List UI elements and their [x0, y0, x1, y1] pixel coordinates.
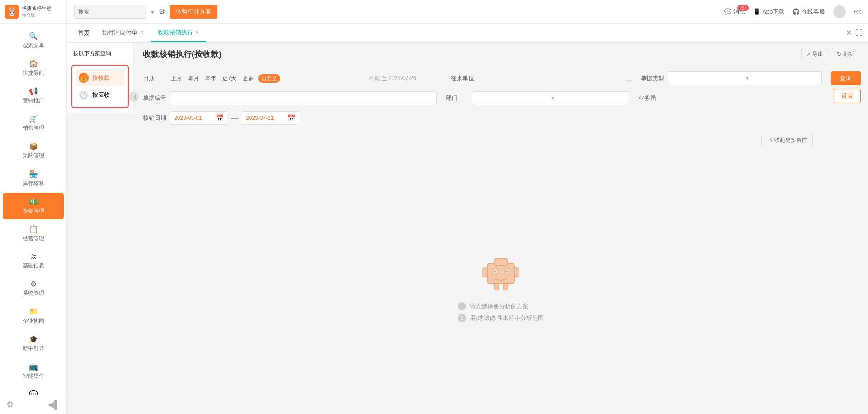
sidebar-bottom: ⚙ ◀▌	[0, 395, 66, 414]
verify-date-field: 核销日期 📅 — 📅	[143, 111, 441, 125]
sidebar-item-快捷导航[interactable]: 🏠 快捷导航	[3, 55, 64, 81]
filter-panel-wrapper: 按以下方案查询 💰 按收款 🕐 按应收 《	[67, 43, 134, 414]
user-name: Rit	[854, 9, 861, 15]
sidebar-icon-6: 💵	[29, 197, 38, 206]
date-opt-last-month[interactable]: 上月	[169, 74, 184, 83]
sidebar-icon-1: 🏠	[29, 59, 38, 68]
tab-prepay-close[interactable]: ×	[140, 29, 143, 36]
sidebar-item-采购管理[interactable]: 📦 采购管理	[3, 138, 64, 164]
tip-num-2: 2	[458, 314, 466, 322]
tabs-right: ✕ ⛶	[846, 29, 863, 37]
sidebar-icon-10: 📁	[29, 307, 38, 316]
sidebar-label-9: 系统管理	[23, 290, 44, 297]
collapse-more-icon: 《	[767, 136, 773, 144]
verify-date-label: 核销日期	[143, 114, 166, 122]
empty-tip-1: 1 请先选择要分析的方案	[458, 302, 528, 310]
doc-type-select[interactable]: ▾	[668, 71, 822, 85]
date-opt-this-month[interactable]: 本月	[186, 74, 201, 83]
sidebar-icon-0: 🔍	[29, 32, 38, 40]
refresh-button[interactable]: ↻ 刷新	[832, 48, 859, 60]
message-badge[interactable]: 💬 消息 99+	[724, 8, 745, 16]
tab-home[interactable]: 首页	[72, 24, 95, 42]
sidebar-item-系统管理[interactable]: ⚙ 系统管理	[3, 275, 64, 302]
verify-date-end-input[interactable]	[246, 115, 286, 121]
verify-date-start-icon: 📅	[216, 114, 223, 122]
user-avatar[interactable]	[833, 5, 846, 18]
collapse-filter-button[interactable]: 《	[129, 92, 139, 102]
sidebar-label-1: 快捷导航	[23, 69, 44, 77]
topbar-left: ▾ ⚙ 体验行业方案	[74, 5, 217, 19]
message-icon: 💬	[724, 8, 731, 15]
app-logo: 🐰 畅捷通好生意 标准版	[0, 0, 66, 24]
sidebar-item-库存核算[interactable]: 🏪 库存核算	[3, 165, 64, 192]
settings-icon[interactable]: ⚙	[6, 400, 14, 409]
sidebar: 🐰 畅捷通好生意 标准版 🔍 搜索菜单 🏠 快捷导航 📢 营销推广 🛒 销售管理…	[0, 0, 67, 414]
main-area: ▾ ⚙ 体验行业方案 💬 消息 99+ 📱 App下载 🎧 在线客服 Rit	[67, 0, 868, 414]
doc-no-input[interactable]	[170, 91, 437, 105]
sidebar-item-经营管理[interactable]: 📋 经营管理	[3, 220, 64, 247]
date-label: 日期	[143, 74, 165, 82]
tab-receivable-verify-close[interactable]: ×	[196, 29, 199, 36]
settings-button[interactable]: 设置	[834, 89, 861, 103]
verify-date-range: 📅 — 📅	[170, 111, 299, 125]
collapse-sidebar-icon[interactable]: ◀▌	[48, 400, 60, 409]
filter-box: 💰 按收款 🕐 按应收	[71, 65, 129, 108]
svg-rect-0	[487, 263, 514, 284]
sidebar-label-0: 搜索菜单	[23, 42, 44, 49]
tab-receivable-verify[interactable]: 收款核销执行 ×	[151, 24, 206, 42]
doc-type-dropdown-icon: ▾	[746, 75, 818, 81]
app-download-icon: 📱	[753, 8, 760, 15]
filter-item-by-receivable[interactable]: 🕐 按应收	[76, 86, 124, 104]
sidebar-item-新手引导[interactable]: 🎓 新手引导	[3, 330, 64, 357]
sidebar-item-营销推广[interactable]: 📢 营销推广	[3, 82, 64, 109]
svg-point-5	[505, 270, 508, 273]
date-opt-this-year[interactable]: 本年	[203, 74, 218, 83]
form-row-1: 日期 上月 本月 本年 近7天 更多 自定义 不限 至 2023-0	[143, 71, 822, 85]
industry-solution-button[interactable]: 体验行业方案	[170, 5, 217, 19]
expand-tab-button[interactable]: ⛶	[855, 29, 863, 37]
filter-panel-title: 按以下方案查询	[71, 47, 129, 60]
tab-prepay[interactable]: 预付冲应付单 ×	[95, 24, 151, 42]
collapse-more-button[interactable]: 《 收起更多条件	[761, 134, 813, 146]
sidebar-icon-7: 📋	[29, 225, 38, 233]
online-service-link[interactable]: 🎧 在线客服	[793, 8, 825, 16]
form-header: 收款核销执行(按收款) ↗ 导出 ↻ 刷新	[134, 43, 868, 64]
sidebar-item-基础信息[interactable]: 🗂 基础信息	[3, 248, 64, 274]
dropdown-chevron-icon[interactable]: ▾	[151, 8, 154, 15]
sidebar-label-5: 库存核算	[23, 180, 44, 187]
export-icon: ↗	[806, 51, 811, 57]
topbar-gear-icon[interactable]: ⚙	[159, 7, 165, 16]
sidebar-item-资金管理[interactable]: 💵 资金管理	[3, 193, 64, 219]
form-and-buttons: 日期 上月 本月 本年 近7天 更多 自定义 不限 至 2023-0	[134, 64, 868, 158]
sidebar-item-企业协同[interactable]: 📁 企业协同	[3, 303, 64, 329]
export-button[interactable]: ↗ 导出	[801, 48, 828, 60]
sidebar-item-销售管理[interactable]: 🛒 销售管理	[3, 110, 64, 137]
staff-more-icon[interactable]: …	[815, 94, 822, 102]
tip-text-2: 用[过滤]条件来缩小分析范围	[470, 314, 543, 322]
sidebar-label-3: 销售管理	[23, 124, 44, 132]
close-tab-button[interactable]: ✕	[846, 29, 852, 37]
sidebar-item-搜索菜单[interactable]: 🔍 搜索菜单	[3, 27, 64, 54]
sidebar-icon-2: 📢	[29, 87, 38, 95]
by-receivable-icon: 🕐	[79, 90, 89, 100]
svg-rect-8	[494, 284, 499, 290]
empty-illustration	[478, 250, 524, 295]
counterpart-more-icon[interactable]: …	[624, 74, 632, 82]
filter-item-by-receipt[interactable]: 💰 按收款	[76, 69, 124, 86]
date-opt-more[interactable]: 更多	[241, 74, 255, 83]
app-download-link[interactable]: 📱 App下载	[753, 8, 784, 16]
sidebar-item-智能硬件[interactable]: 📺 智能硬件	[3, 358, 64, 385]
dept-select[interactable]: ▾	[472, 91, 629, 105]
verify-date-start-wrap: 📅	[170, 111, 227, 125]
verify-date-start-input[interactable]	[174, 115, 214, 121]
date-opt-custom[interactable]: 自定义	[258, 74, 280, 83]
query-button[interactable]: 查询	[831, 71, 861, 85]
sidebar-item-企业微信[interactable]: 💬 企业微信	[3, 385, 64, 395]
sidebar-label-4: 采购管理	[23, 152, 44, 160]
search-input[interactable]	[74, 5, 146, 19]
content-right: 收款核销执行(按收款) ↗ 导出 ↻ 刷新	[134, 43, 868, 414]
date-opt-7days[interactable]: 近7天	[221, 74, 238, 83]
doc-no-field: 单据编号	[143, 91, 437, 105]
dept-label: 部门	[446, 94, 468, 102]
date-field: 日期 上月 本月 本年 近7天 更多 自定义	[143, 74, 360, 83]
